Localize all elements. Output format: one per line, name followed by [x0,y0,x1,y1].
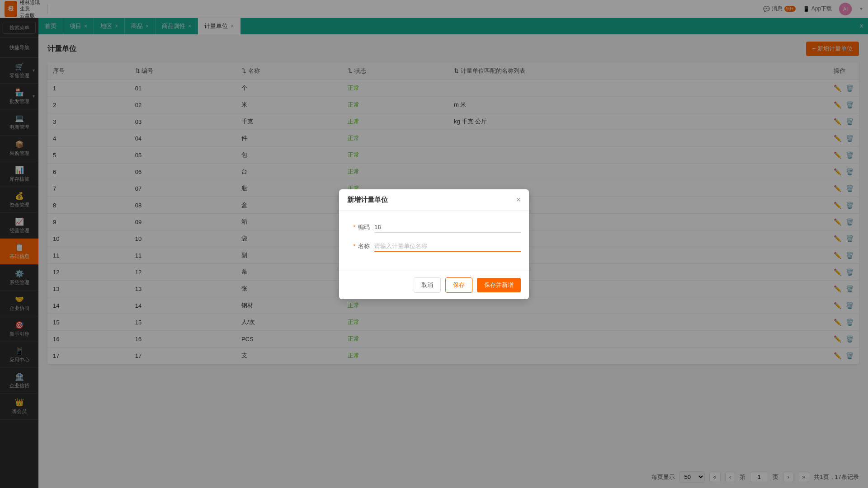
modal-header: 新增计量单位 × [339,189,529,211]
name-label: * 名称 [347,242,370,250]
name-input[interactable] [374,241,521,252]
form-name-row: * 名称 [347,241,521,252]
save-button[interactable]: 保存 [445,277,472,293]
add-unit-modal: 新增计量单位 × * 编码 * 名称 取消 保存 保存并新增 [339,189,529,299]
modal-overlay[interactable]: 新增计量单位 × * 编码 * 名称 取消 保存 保存并新增 [0,0,868,488]
modal-title: 新增计量单位 [347,196,388,204]
modal-body: * 编码 * 名称 [339,211,529,271]
cancel-button[interactable]: 取消 [414,277,441,293]
code-input[interactable] [374,222,521,233]
save-and-new-button[interactable]: 保存并新增 [477,278,521,292]
modal-footer: 取消 保存 保存并新增 [339,271,529,299]
modal-close-button[interactable]: × [516,196,521,204]
form-code-row: * 编码 [347,222,521,233]
code-label: * 编码 [347,223,370,231]
